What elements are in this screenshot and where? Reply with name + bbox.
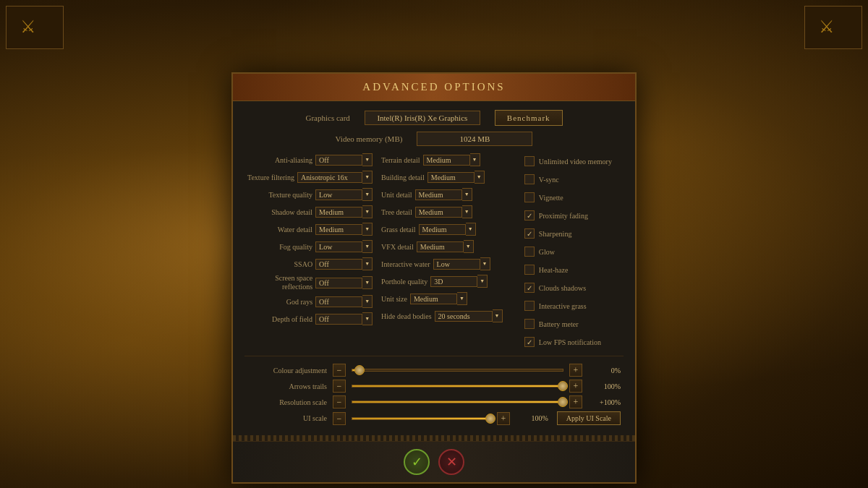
video-memory-row: Video memory (MB) 1024 MB [244,132,624,146]
tree-detail-row: Tree detail Medium ▼ [378,204,519,220]
arrows-trails-decrease[interactable]: − [333,380,346,393]
glow-row: Glow [524,244,618,260]
battery-meter-checkbox[interactable] [524,319,535,329]
low-fps-notification-label: Low FPS notification [539,338,601,346]
shadow-detail-row: Shadow detail Medium ▼ [244,204,375,220]
ui-scale-value: 100% [516,414,548,422]
grass-detail-row: Grass detail Medium ▼ [378,221,519,237]
glow-checkbox[interactable] [524,247,535,257]
heat-haze-label: Heat-haze [539,266,569,274]
ui-scale-label: UI scale [247,414,327,422]
unit-detail-row: Unit detail Medium ▼ [378,187,519,202]
ui-scale-increase[interactable]: + [497,412,510,425]
water-detail-select[interactable]: Medium ▼ [315,223,373,236]
confirm-button[interactable]: ✓ [404,449,430,475]
video-memory-value: 1024 MB [417,132,532,146]
heat-haze-row: Heat-haze [524,262,618,278]
resolution-scale-increase[interactable]: + [569,395,582,408]
screen-space-reflections-select[interactable]: Off ▼ [315,276,373,289]
arrows-trails-track[interactable] [352,385,563,388]
graphics-card-label: Graphics card [305,114,349,122]
porthole-quality-row: Porthole quality 3D ▼ [378,273,519,289]
svg-text:⚔: ⚔ [20,17,36,36]
arrows-trails-row: Arrows trails − + 100% [244,378,624,394]
vfx-detail-row: VFX detail Medium ▼ [378,239,519,254]
arrows-trails-increase[interactable]: + [569,380,582,393]
unlimited-video-memory-row: Unlimited video memory [524,153,618,169]
sharpening-row: Sharpening [524,226,618,241]
apply-ui-scale-button[interactable]: Apply UI Scale [557,411,621,425]
unit-size-row: Unit size Medium ▼ [378,291,519,307]
corner-decoration-tr: ⚔ [804,6,862,49]
ui-scale-decrease[interactable]: − [333,412,346,425]
fog-quality-row: Fog quality Low ▼ [244,239,375,254]
water-detail-label: Water detail [278,226,312,234]
left-settings-col: Anti-aliasing Off ▼ Texture filtering An… [244,152,375,350]
mid-settings-col: Terrain detail Medium ▼ Building detail … [375,152,519,350]
water-detail-row: Water detail Medium ▼ [244,221,375,237]
texture-quality-select[interactable]: Low ▼ [315,188,373,201]
depth-of-field-select[interactable]: Off ▼ [315,312,373,325]
fog-quality-select[interactable]: Low ▼ [315,240,373,253]
benchmark-button[interactable]: Benchmark [495,110,563,126]
battery-meter-row: Battery meter [524,316,618,332]
resolution-scale-track[interactable] [352,401,563,403]
screen-space-reflections-row: Screen spacereflections Off ▼ [244,273,375,292]
shadow-detail-select[interactable]: Medium ▼ [315,205,373,218]
heat-haze-checkbox[interactable] [524,265,535,275]
border-pattern [233,435,635,441]
clouds-shadows-label: Clouds shadows [539,284,586,292]
god-rays-select[interactable]: Off ▼ [315,295,373,308]
colour-adjustment-track[interactable] [352,369,563,372]
vignette-row: Vignette [524,189,618,205]
vignette-checkbox[interactable] [524,192,535,202]
depth-of-field-row: Depth of field Off ▼ [244,311,375,327]
corner-decoration-tl: ⚔ [6,6,64,49]
colour-adjustment-decrease[interactable]: − [333,364,346,377]
dialog-footer: ✓ ✕ [233,441,635,482]
arrows-trails-value: 100% [588,382,621,390]
resolution-scale-value: +100% [588,398,621,406]
graphics-card-value: Intel(R) Iris(R) Xe Graphics [365,111,480,125]
checkbox-col: Unlimited video memory V-sync Vignette P… [519,152,624,350]
low-fps-notification-row: Low FPS notification [524,334,618,350]
dialog-title: Advanced Options [233,74,635,101]
ui-scale-track[interactable] [352,417,491,420]
sharpening-label: Sharpening [539,230,572,238]
interactive-grass-row: Interactive grass [524,298,618,314]
texture-filtering-label: Texture filtering [247,174,294,181]
interactive-water-row: Interactive water Low ▼ [378,256,519,272]
low-fps-notification-checkbox[interactable] [524,337,535,347]
texture-filtering-select[interactable]: Anisotropic 16x ▼ [297,171,373,184]
ssao-row: SSAO Off ▼ [244,256,375,272]
ui-scale-row: UI scale − + 100% Apply UI Scale [244,410,624,427]
screen-space-reflections-label: Screen spacereflections [275,274,312,291]
resolution-scale-decrease[interactable]: − [333,395,346,408]
sharpening-checkbox[interactable] [524,228,535,239]
texture-quality-row: Texture quality Low ▼ [244,187,375,202]
proximity-fading-label: Proximity fading [539,212,588,220]
vsync-checkbox[interactable] [524,174,535,184]
confirm-icon: ✓ [412,454,422,470]
shadow-detail-label: Shadow detail [271,208,312,216]
unlimited-video-memory-label: Unlimited video memory [539,158,612,166]
proximity-fading-row: Proximity fading [524,207,618,223]
cancel-button[interactable]: ✕ [438,449,464,475]
graphics-card-row: Graphics card Intel(R) Iris(R) Xe Graphi… [244,110,624,126]
colour-adjustment-value: 0% [588,367,621,374]
anti-aliasing-select[interactable]: Off ▼ [315,153,373,166]
colour-adjustment-increase[interactable]: + [569,364,582,377]
building-detail-row: Building detail Medium ▼ [378,169,519,185]
god-rays-row: God rays Off ▼ [244,294,375,309]
terrain-detail-row: Terrain detail Medium ▼ [378,152,519,168]
cancel-icon: ✕ [446,454,457,470]
depth-of-field-label: Depth of field [272,315,312,323]
unlimited-video-memory-checkbox[interactable] [524,156,535,166]
colour-adjustment-row: Colour adjustment − + 0% [244,362,624,378]
clouds-shadows-checkbox[interactable] [524,283,535,293]
ssao-select[interactable]: Off ▼ [315,257,373,270]
resolution-scale-row: Resolution scale − + +100% [244,394,624,410]
interactive-grass-checkbox[interactable] [524,301,535,311]
proximity-fading-checkbox[interactable] [524,210,535,221]
vsync-label: V-sync [539,176,559,184]
